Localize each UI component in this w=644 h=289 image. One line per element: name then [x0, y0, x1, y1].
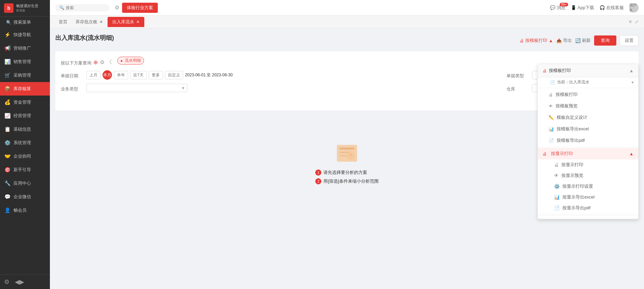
- template-print-icon: 🖨: [549, 92, 553, 97]
- sidebar-item-operations[interactable]: 📈 经营管理: [0, 109, 50, 123]
- template-export-pdf-item[interactable]: 📄 按模板导出pdf: [538, 135, 638, 146]
- tab-flow-water[interactable]: 出入库流水 ✕: [108, 17, 144, 27]
- display-export-excel-sub-icon: 📊: [554, 194, 560, 200]
- date-label: 单据日期: [61, 71, 81, 79]
- tab-close-inventory-batch[interactable]: ✕: [99, 20, 103, 24]
- message-icon-area[interactable]: 💬 消息 99+: [550, 5, 565, 11]
- template-custom-item[interactable]: ✏️ 模板自定义设计: [538, 112, 638, 123]
- svg-rect-1: [340, 148, 354, 150]
- member-icon: 👤: [4, 207, 11, 214]
- app-download-area[interactable]: 📱 App下载: [571, 5, 594, 11]
- page-content: 出入库流水(流水明细) 🖨 按模板打印 ▲ 📤 导出 🔄 刷新 查询 设置: [50, 28, 644, 289]
- wechat-icon: 💬: [4, 193, 11, 200]
- display-export-pdf-item[interactable]: 📄 按显示导出pdf: [543, 203, 638, 213]
- dropdown-divider-2: [538, 147, 638, 147]
- template-print-button[interactable]: 🖨 按模板打印 ▲: [520, 37, 553, 44]
- template-preview-item[interactable]: 👁 按模板预览: [538, 100, 638, 112]
- toolbar: 🖨 按模板打印 ▲ 📤 导出 🔄 刷新 查询 设置: [520, 35, 639, 46]
- filter-add-button[interactable]: ⊕: [93, 59, 98, 65]
- service-icon: 🎧: [599, 5, 605, 10]
- sidebar-item-guide[interactable]: 🎯 新手引导: [0, 163, 50, 177]
- print-dropdown-arrow-icon: ▲: [549, 38, 553, 43]
- sidebar-logo: b 畅捷通好生意 标准版: [0, 0, 50, 17]
- tab-controls: ✕ ⤢: [628, 19, 639, 24]
- tab-close-all-icon[interactable]: ✕: [628, 19, 632, 24]
- filter-collapse-button[interactable]: 《: [107, 59, 112, 66]
- date-btn-7days[interactable]: 近7天: [130, 71, 147, 79]
- query-button[interactable]: 查询: [594, 35, 616, 46]
- quick-nav-icon: ⚡: [4, 31, 11, 38]
- sidebar-item-collab[interactable]: 🤝 企业协同: [0, 150, 50, 163]
- sidebar-item-finance[interactable]: 💰 资金管理: [0, 96, 50, 109]
- sidebar-nav: ⚡ 快捷导航 📢 营销推广 📊 销售管理 🛒 采购管理 📦 库存核算 💰 资金管…: [0, 28, 50, 274]
- tab-expand-icon[interactable]: ⤢: [635, 19, 639, 24]
- header-gear-icon[interactable]: ⚙: [115, 4, 119, 11]
- sidebar-item-inventory[interactable]: 📦 库存核算: [0, 82, 50, 96]
- date-btn-this-year[interactable]: 本年: [114, 71, 128, 79]
- template-print-item[interactable]: 🖨 按模板打印: [538, 89, 638, 100]
- print-dropdown: 🖨 按模板打印 ▲ 📄 当前：出入库流水 ▾ 🖨 按模板打印 👁 按模板预览: [537, 64, 639, 219]
- sidebar-item-basic[interactable]: 📋 基础信息: [0, 123, 50, 136]
- dropdown-divider-3: [538, 214, 638, 214]
- display-preview-sub-icon: 👁: [554, 173, 559, 178]
- system-icon: ⚙️: [4, 139, 11, 146]
- display-print-setting-sub-icon: ⚙️: [554, 184, 560, 189]
- display-print-group-header[interactable]: 🖨 按显示打印 ▲: [538, 148, 638, 159]
- sidebar-item-member[interactable]: 👤 畅会员: [0, 204, 50, 217]
- collapse-sidebar-icon[interactable]: ◀▶: [15, 278, 24, 286]
- empty-illustration: ?: [330, 135, 364, 169]
- display-print-item[interactable]: 🖨 按显示打印: [543, 159, 638, 170]
- finance-icon: 💰: [4, 99, 11, 106]
- display-export-excel-item[interactable]: 📊 按显示导出excel: [543, 192, 638, 203]
- filter-setting-button[interactable]: ⚙: [100, 59, 105, 65]
- display-print-setting-item[interactable]: ⚙️ 按显示打印设置: [543, 181, 638, 192]
- header-search-input[interactable]: [66, 5, 99, 10]
- tab-close-flow-water[interactable]: ✕: [136, 20, 140, 24]
- current-template-arrow-icon: ▾: [632, 80, 634, 85]
- header-search-box[interactable]: 🔍: [55, 4, 109, 11]
- sidebar-item-purchase[interactable]: 🛒 采购管理: [0, 69, 50, 82]
- print-dropdown-collapse-icon[interactable]: ▲: [629, 68, 634, 73]
- sidebar-item-marketing[interactable]: 📢 营销推广: [0, 42, 50, 55]
- sidebar-search[interactable]: 🔍 搜索菜单: [0, 17, 50, 28]
- biz-type-label: 业务类型: [61, 84, 81, 92]
- date-btn-custom[interactable]: 自定义: [165, 71, 183, 79]
- display-preview-item[interactable]: 👁 按显示预览: [543, 170, 638, 181]
- setting-button[interactable]: 设置: [620, 35, 639, 46]
- export-button[interactable]: 📤 导出: [556, 37, 572, 44]
- tab-bar: 首页 库存批次账 ✕ 出入库流水 ✕ ✕ ⤢: [50, 16, 644, 28]
- refresh-button[interactable]: 🔄 刷新: [575, 37, 591, 44]
- current-template-icon: 📄: [550, 80, 555, 85]
- sidebar-item-wechat[interactable]: 💬 企业微信: [0, 190, 50, 204]
- filter-chip-flow[interactable]: ● 流水明细: [117, 57, 144, 64]
- sidebar-item-sales[interactable]: 📊 销售管理: [0, 55, 50, 69]
- tab-inventory-batch[interactable]: 库存批次账 ✕: [71, 17, 108, 27]
- empty-svg: ?: [330, 135, 364, 168]
- sidebar-item-system[interactable]: ⚙️ 系统管理: [0, 136, 50, 150]
- date-range-display: 2023-06-01 至 2023-06-30: [185, 72, 233, 78]
- header-left: 🔍 ⚙ 体验行业方案: [55, 3, 550, 13]
- explore-industry-button[interactable]: 体验行业方案: [122, 3, 158, 13]
- doc-type-label: 单据类型: [506, 71, 527, 79]
- template-export-excel-icon: 📊: [549, 127, 554, 132]
- set-default-footer[interactable]: ⚙️ 设置默认功能 ▾: [538, 215, 638, 219]
- date-btn-this-month[interactable]: 本月: [103, 70, 112, 80]
- date-btn-last-month[interactable]: 上月: [86, 71, 100, 79]
- sidebar-item-quick-nav[interactable]: ⚡ 快捷导航: [0, 28, 50, 42]
- empty-step-1: 1 请先选择要分析的方案: [315, 169, 378, 176]
- template-export-excel-item[interactable]: 📊 按模板导出excel: [538, 123, 638, 135]
- tab-home[interactable]: 首页: [55, 17, 71, 27]
- filter-label: 按以下方案查询: [61, 58, 91, 66]
- collab-icon: 🤝: [4, 153, 11, 160]
- biz-type-dropdown[interactable]: ▾: [86, 84, 187, 92]
- template-export-pdf-icon: 📄: [549, 138, 554, 143]
- print-dropdown-header-icon: 🖨: [543, 68, 547, 73]
- online-service-area[interactable]: 🎧 在线客服: [599, 5, 624, 11]
- inventory-icon: 📦: [4, 85, 11, 92]
- settings-bottom-icon[interactable]: ⚙: [4, 278, 9, 286]
- sidebar-item-app-center[interactable]: 🔧 应用中心: [0, 177, 50, 190]
- display-print-sub: 🖨 按显示打印 👁 按显示预览 ⚙️ 按显示打印设置 📊 按显示导出excel …: [538, 159, 638, 213]
- search-icon: 🔍: [6, 20, 11, 25]
- avatar[interactable]: 用户名: [629, 3, 639, 12]
- date-btn-more[interactable]: 更多: [149, 71, 163, 79]
